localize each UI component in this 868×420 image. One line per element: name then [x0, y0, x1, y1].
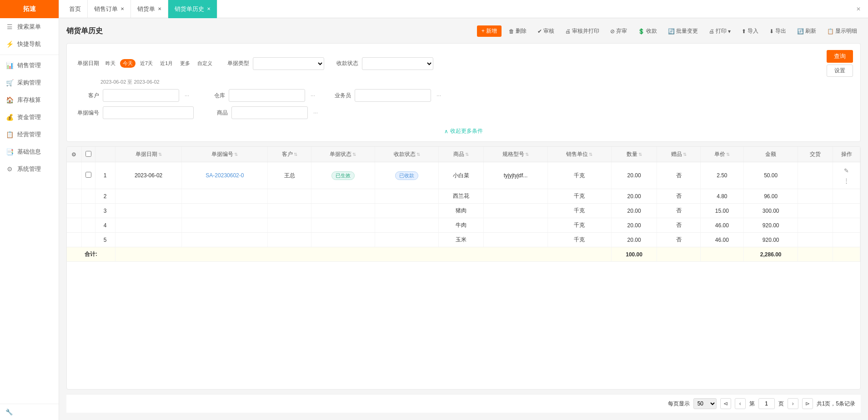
- th-spec[interactable]: 规格型号⇅: [484, 147, 547, 162]
- cell-checkbox[interactable]: [81, 218, 95, 233]
- filter-payment-select[interactable]: [362, 57, 433, 70]
- filter-staff-dots[interactable]: ···: [435, 92, 443, 99]
- cell-gift: 否: [657, 218, 700, 233]
- edit-icon[interactable]: ✎: [842, 165, 852, 175]
- th-customer[interactable]: 客户⇅: [268, 147, 311, 162]
- sidebar-item-label: 资金管理: [17, 113, 41, 121]
- filter-customer-dots[interactable]: ···: [183, 92, 191, 99]
- th-payment-status[interactable]: 收款状态⇅: [375, 147, 439, 162]
- th-price[interactable]: 单价⇅: [700, 147, 743, 162]
- filter-goods-input[interactable]: [231, 106, 308, 119]
- cell-seq: 3: [95, 204, 115, 218]
- date-tag-today[interactable]: 今天: [120, 59, 135, 68]
- date-tag-custom[interactable]: 自定义: [195, 59, 215, 68]
- print-button[interactable]: 🖨 打印 ▾: [705, 25, 734, 37]
- cell-checkbox[interactable]: [81, 233, 95, 247]
- cell-checkbox[interactable]: [81, 162, 95, 189]
- th-doc-date[interactable]: 单据日期⇅: [115, 147, 182, 162]
- abandon-button[interactable]: ⊘ 弃审: [607, 25, 631, 37]
- th-doc-no[interactable]: 单据编号⇅: [182, 147, 268, 162]
- filter-staff-input[interactable]: [355, 89, 431, 102]
- tab-home[interactable]: 首页: [63, 0, 88, 18]
- cell-gear: [67, 233, 81, 247]
- tab-home-label: 首页: [69, 5, 81, 13]
- doc-no-link[interactable]: SA-20230602-0: [206, 172, 244, 179]
- tab-sales-delivery[interactable]: 销货单 ✕: [131, 0, 168, 18]
- th-doc-status[interactable]: 单据状态⇅: [311, 147, 375, 162]
- sidebar-bottom-item1[interactable]: 🔧: [0, 404, 59, 420]
- select-all-checkbox[interactable]: [85, 151, 91, 157]
- table-row: 3 猪肉 千克 20.00 否 15.00 300.00: [67, 204, 860, 218]
- table-footer: 合计: 100.00 2,286.00: [67, 247, 860, 262]
- sidebar-item-operation-mgmt[interactable]: 📋 经营管理: [0, 126, 59, 143]
- approve-print-button[interactable]: 🖨 审核并打印: [562, 25, 603, 37]
- cell-payment-status: [375, 204, 439, 218]
- cell-doc-status: [311, 233, 375, 247]
- filter-warehouse-input[interactable]: [229, 89, 305, 102]
- new-button[interactable]: + 新增: [477, 25, 502, 37]
- filter-warehouse-dots[interactable]: ···: [309, 92, 317, 99]
- sidebar-item-basic-info[interactable]: 📑 基础信息: [0, 143, 59, 160]
- tab-sales-history[interactable]: 销货单历史 ✕: [168, 0, 217, 18]
- tab-sales-history-close[interactable]: ✕: [207, 6, 211, 11]
- sidebar-item-sales-mgmt[interactable]: 📊 销售管理: [0, 57, 59, 74]
- export-button[interactable]: ⬇ 导出: [766, 25, 790, 37]
- filter-doctype-select[interactable]: [253, 57, 324, 70]
- sidebar-item-quick-nav[interactable]: ⚡ 快捷导航: [0, 35, 59, 53]
- delete-button[interactable]: 🗑 删除: [505, 25, 530, 37]
- date-tag-yesterday[interactable]: 昨天: [103, 59, 118, 68]
- page-last-button[interactable]: ⊳: [802, 398, 813, 409]
- th-unit[interactable]: 销售单位⇅: [547, 147, 611, 162]
- sidebar-item-system-mgmt[interactable]: ⚙ 系统管理: [0, 160, 59, 178]
- approve-icon: ✔: [537, 28, 542, 35]
- page-next-button[interactable]: ›: [788, 398, 798, 409]
- tab-sales-delivery-close[interactable]: ✕: [158, 6, 161, 11]
- date-tag-1month[interactable]: 近1月: [157, 59, 176, 68]
- date-tag-7days[interactable]: 近7天: [137, 59, 156, 68]
- page-first-button[interactable]: ⊲: [720, 398, 731, 409]
- per-page-select[interactable]: 50 100: [693, 398, 717, 409]
- cell-unit: 千克: [547, 233, 611, 247]
- collapse-button[interactable]: ∧ 收起更多条件: [74, 124, 853, 135]
- more-icon[interactable]: ⋮: [842, 175, 852, 185]
- th-gear[interactable]: ⚙: [67, 147, 81, 162]
- setting-button[interactable]: 设置: [827, 65, 853, 77]
- sidebar-bottom-icon1: 🔧: [5, 409, 13, 415]
- sidebar-item-search-menu[interactable]: ☰ 搜索菜单: [0, 18, 59, 35]
- sidebar-item-finance-mgmt[interactable]: 💰 资金管理: [0, 109, 59, 126]
- approve-button[interactable]: ✔ 审核: [534, 25, 558, 37]
- th-qty[interactable]: 数量⇅: [611, 147, 657, 162]
- query-button[interactable]: 查询: [827, 50, 853, 63]
- cell-action: [833, 189, 860, 204]
- filter-goods-dots[interactable]: ···: [311, 110, 320, 116]
- close-all-icon[interactable]: ✕: [856, 6, 861, 12]
- tab-sales-order[interactable]: 销售订单 ✕: [88, 0, 131, 18]
- filter-customer-input[interactable]: [103, 89, 179, 102]
- cell-gift: 否: [657, 233, 700, 247]
- date-tag-more[interactable]: 更多: [177, 59, 193, 68]
- footer-label: 合计:: [67, 247, 115, 262]
- cell-checkbox[interactable]: [81, 189, 95, 204]
- import-button[interactable]: ⬆ 导入: [738, 25, 762, 37]
- th-goods[interactable]: 商品⇅: [439, 147, 484, 162]
- page-prev-button[interactable]: ‹: [735, 398, 746, 409]
- cell-checkbox[interactable]: [81, 204, 95, 218]
- footer-empty2: [657, 247, 700, 262]
- show-detail-button[interactable]: 📋 显示明细: [823, 25, 861, 37]
- cell-delivery: [798, 204, 833, 218]
- th-gift[interactable]: 赠品⇅: [657, 147, 700, 162]
- batch-change-button[interactable]: 🔄 批量变更: [664, 25, 702, 37]
- refresh-button[interactable]: 🔃 刷新: [793, 25, 820, 37]
- sidebar-item-purchase-mgmt[interactable]: 🛒 采购管理: [0, 74, 59, 91]
- cell-gear: [67, 218, 81, 233]
- cell-delivery: [798, 189, 833, 204]
- sidebar-item-inventory[interactable]: 🏠 库存核算: [0, 91, 59, 109]
- filter-row-1: 单据日期 昨天 今天 近7天 近1月 更多 自定义 单据类型: [74, 50, 853, 77]
- sidebar-item-label: 系统管理: [17, 165, 41, 173]
- page-input[interactable]: [758, 398, 775, 409]
- filter-docno-input[interactable]: [103, 106, 194, 119]
- tab-sales-order-close[interactable]: ✕: [120, 6, 124, 11]
- collect-button[interactable]: 💲 收款: [634, 25, 661, 37]
- th-checkbox[interactable]: [81, 147, 95, 162]
- row-checkbox[interactable]: [85, 172, 91, 178]
